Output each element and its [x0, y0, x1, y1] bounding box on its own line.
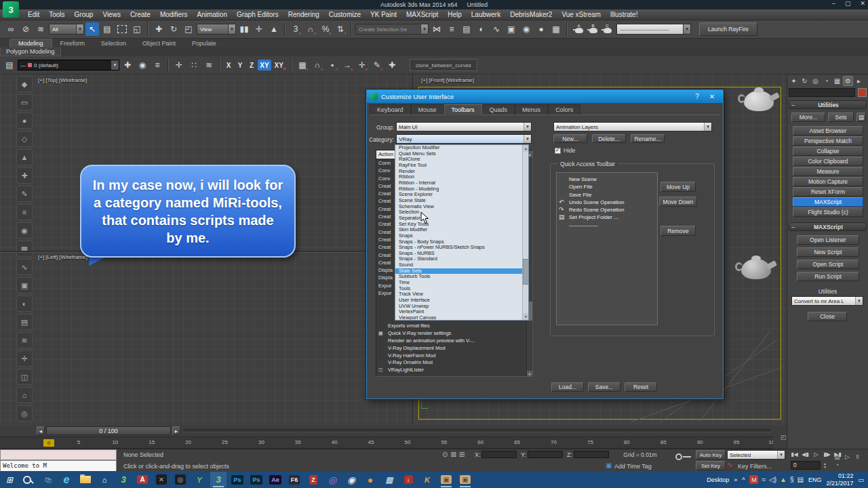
- playback-button[interactable]: ▮▶: [822, 450, 832, 459]
- qat-list-item[interactable]: Save File: [557, 191, 657, 199]
- clock[interactable]: 01:222/21/2017: [826, 472, 853, 487]
- menu-item[interactable]: Views: [98, 11, 125, 18]
- script-tool-icon[interactable]: ●: [16, 113, 33, 129]
- select-by-name-icon[interactable]: ▤: [100, 22, 114, 36]
- snap-magnet-icon[interactable]: ∩n: [311, 58, 324, 72]
- link-tool-icon[interactable]: ∞: [4, 22, 18, 36]
- utility-button[interactable]: MAXScript: [793, 197, 863, 207]
- qat-list-item[interactable]: ----------------: [557, 222, 657, 229]
- action-list-item[interactable]: V-Ray Displacement Mod: [377, 345, 526, 352]
- dialog-tab[interactable]: Menus: [515, 104, 548, 115]
- script-tool-icon[interactable]: ▲: [16, 149, 33, 165]
- object-name-field[interactable]: [789, 88, 855, 97]
- command-panel-tab-icon[interactable]: ◎: [810, 76, 821, 86]
- close-button[interactable]: ✕: [860, 0, 865, 7]
- pivot-tool-icon[interactable]: ✛: [252, 22, 266, 36]
- action-list-item[interactable]: V-Ray Ornatrix Mod: [377, 359, 526, 367]
- utility-button[interactable]: Measure: [793, 167, 863, 176]
- menu-item[interactable]: Tools: [44, 11, 69, 18]
- minimize-button[interactable]: –: [832, 0, 835, 7]
- script-tool-icon[interactable]: ✛: [16, 350, 33, 367]
- key-filters-button[interactable]: Key Filters...: [738, 463, 772, 470]
- category-option[interactable]: RayFire Tool: [395, 163, 528, 169]
- maximize-button[interactable]: ▢: [845, 0, 851, 7]
- render-teapot-icon[interactable]: B: [588, 24, 598, 35]
- script-tool-icon[interactable]: ◫: [16, 369, 33, 385]
- layer-tool-icon[interactable]: ≡: [151, 58, 164, 72]
- transform-tool-icon[interactable]: ↻: [167, 22, 180, 36]
- script-tool-icon[interactable]: ▣: [16, 277, 33, 293]
- dialog-tab[interactable]: Toolbars: [444, 104, 482, 115]
- playback-button[interactable]: ▷: [811, 450, 821, 459]
- menu-item[interactable]: Customize: [324, 11, 366, 18]
- help-icon[interactable]: ?: [690, 93, 705, 100]
- reference-coordinate-combo[interactable]: View▼: [197, 24, 236, 35]
- viewport-label-front[interactable]: [+] [Front] [Wireframe]: [421, 77, 474, 83]
- time-slider[interactable]: 0 / 100: [46, 426, 171, 435]
- utilities-dropdown[interactable]: Convert to mr Area L▼: [791, 296, 863, 306]
- editor-tool-icon[interactable]: ◐: [475, 22, 488, 36]
- menu-item[interactable]: Rendering: [283, 11, 324, 18]
- dialog-tab[interactable]: Colors: [548, 104, 580, 115]
- previous-frame-button[interactable]: ◂: [37, 426, 45, 435]
- scroll-up-icon[interactable]: ▲: [523, 145, 529, 152]
- command-panel-tab-icon[interactable]: ⚙: [843, 76, 853, 86]
- track-bar[interactable]: [183, 429, 770, 432]
- toolbar-action-button[interactable]: Delete...: [592, 134, 626, 143]
- dialog-tab[interactable]: Mouse: [411, 104, 444, 115]
- dialog-footer-button[interactable]: Reset: [625, 382, 657, 392]
- layer-tool-icon[interactable]: ✚: [121, 58, 134, 72]
- taskbar-app-icon[interactable]: Ae: [267, 472, 283, 487]
- dropdown-scrollbar[interactable]: ▲ ▼: [522, 145, 528, 320]
- dialog-tab[interactable]: Keyboard: [370, 104, 411, 115]
- toolbar-select-dropdown[interactable]: Animation Layers▼: [553, 122, 712, 131]
- editor-tool-icon[interactable]: ▦: [549, 22, 563, 36]
- move-down-button[interactable]: Move Down: [659, 197, 697, 207]
- snap-magnet-icon[interactable]: ✚: [385, 58, 399, 72]
- editor-tool-icon[interactable]: ∿: [490, 22, 503, 36]
- taskbar-app-icon[interactable]: ✕: [153, 472, 170, 487]
- viewport-nav-icon[interactable]: ‼: [853, 453, 862, 460]
- viewport-label-left[interactable]: [+] [Left] [Wireframe]: [38, 254, 87, 260]
- category-option[interactable]: Skin Modifier: [395, 227, 528, 233]
- select-object-icon[interactable]: ↖: [85, 22, 99, 36]
- menu-item[interactable]: Create: [125, 11, 155, 18]
- menu-item[interactable]: YK Paint: [366, 11, 401, 18]
- editor-tool-icon[interactable]: ≡: [445, 22, 458, 36]
- rect-selection-region-icon[interactable]: [115, 22, 129, 36]
- dialog-tab[interactable]: Quads: [482, 104, 515, 115]
- x-coordinate-field[interactable]: [481, 451, 517, 458]
- script-tool-icon[interactable]: ▦: [16, 241, 33, 257]
- clone-between-curves-button[interactable]: clone_between_curves: [410, 59, 477, 71]
- ribbon-tab[interactable]: Modeling: [9, 39, 52, 47]
- qat-list-item[interactable]: ↶ Undo Scene Operation: [557, 199, 657, 206]
- pivot-tool-icon[interactable]: ▲: [267, 22, 281, 36]
- category-option[interactable]: Viewport Canvas: [395, 315, 528, 321]
- editor-tool-icon[interactable]: ●: [534, 22, 548, 36]
- taskbar-app-icon[interactable]: 3: [115, 472, 132, 487]
- tray-icon[interactable]: §: [790, 475, 794, 484]
- tray-chevron-icon[interactable]: ^: [742, 476, 745, 483]
- ribbon-tab[interactable]: Selection: [93, 39, 134, 47]
- category-dropdown[interactable]: VRay▼: [396, 134, 532, 144]
- script-tool-icon[interactable]: ≡: [16, 204, 33, 220]
- dialog-footer-button[interactable]: Save...: [588, 382, 620, 392]
- script-tool-icon[interactable]: ≋: [16, 332, 33, 348]
- status-toggle-icon[interactable]: ⊙: [442, 451, 448, 458]
- y-coordinate-field[interactable]: [528, 451, 563, 458]
- utility-button[interactable]: Color Clipboard: [793, 157, 863, 166]
- hide-checkbox[interactable]: [555, 148, 561, 154]
- taskbar-app-icon[interactable]: e: [58, 472, 75, 487]
- pivot-option-icon[interactable]: ∷: [187, 58, 201, 72]
- category-option[interactable]: Render: [395, 169, 528, 175]
- window-crossing-icon[interactable]: ◱: [130, 22, 144, 36]
- taskbar-app-icon[interactable]: Z: [305, 472, 321, 487]
- add-time-tag[interactable]: Add Time Tag: [614, 463, 652, 470]
- category-dropdown-list[interactable]: Projection ModifierQuad Menu SetsRailClo…: [395, 144, 529, 321]
- category-option[interactable]: Subburb Tools: [395, 274, 528, 280]
- more-button[interactable]: More...: [791, 113, 825, 122]
- script-tool-icon[interactable]: ∿: [16, 259, 33, 275]
- selection-set-combo[interactable]: Create Selection Se▼: [355, 24, 429, 35]
- transform-tool-icon[interactable]: ◰: [182, 22, 195, 36]
- command-panel-tab-icon[interactable]: ▦: [832, 76, 842, 86]
